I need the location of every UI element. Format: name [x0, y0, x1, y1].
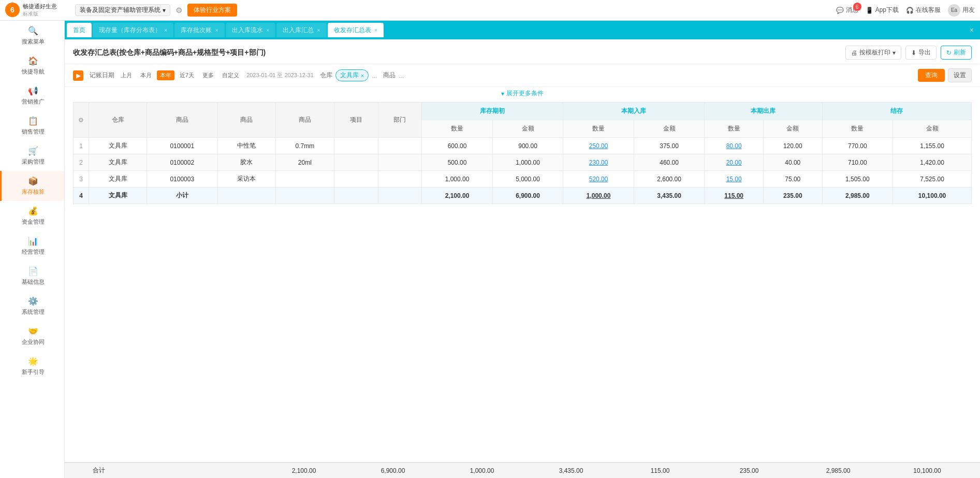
- purchase-icon: 🛒: [28, 146, 38, 156]
- settings-icon[interactable]: ⚙: [175, 6, 182, 15]
- headset-icon: 🎧: [906, 7, 914, 14]
- footer-close-amt: 10,100.00: [883, 467, 972, 474]
- page-title: 收发存汇总表(按仓库+商品编码+商品+规格型号+项目+部门): [73, 48, 266, 57]
- product-more[interactable]: ...: [399, 72, 404, 79]
- sidebar-item-marketing-label: 营销推广: [22, 98, 45, 106]
- sidebar-item-guide-label: 新手引导: [22, 368, 45, 376]
- row-1-in-qty[interactable]: 250.00: [563, 138, 634, 154]
- subtotal-out-qty[interactable]: 115.00: [705, 187, 764, 204]
- table-settings-icon[interactable]: ⚙: [78, 117, 84, 124]
- row-2-in-qty[interactable]: 230.00: [563, 154, 634, 171]
- row-2-out-qty[interactable]: 20.00: [705, 154, 764, 171]
- online-service-btn[interactable]: 🎧 在线客服: [906, 6, 941, 15]
- refresh-btn[interactable]: ↻ 刷新: [941, 46, 972, 60]
- row-3-out-qty[interactable]: 15.00: [705, 171, 764, 187]
- date-btn-this-year[interactable]: 本年: [157, 70, 174, 80]
- col-group-opening: 库存期初: [422, 103, 563, 120]
- col-close-qty: 数量: [822, 120, 893, 138]
- filter-setting-btn[interactable]: 设置: [948, 68, 972, 82]
- subtotal-num: 4: [74, 187, 89, 204]
- tab-receive-send[interactable]: 收发存汇总表 ×: [328, 23, 384, 37]
- sidebar-item-basic-label: 基础信息: [22, 278, 45, 286]
- tab-close-stock-dist[interactable]: ×: [164, 27, 167, 33]
- tab-inout-summary[interactable]: 出入库汇总 ×: [276, 23, 326, 37]
- sidebar-item-sales-label: 销售管理: [22, 128, 45, 136]
- sidebar-item-inventory[interactable]: 📦 库存核算: [0, 171, 64, 201]
- sidebar-item-guide[interactable]: 🌟 新手引导: [0, 351, 64, 381]
- row-2-spec: 20ml: [275, 154, 334, 171]
- date-btn-custom[interactable]: 自定义: [219, 70, 242, 80]
- filter-expand-btn[interactable]: ▶: [73, 70, 83, 81]
- search-btn[interactable]: 查询: [918, 69, 945, 82]
- user-label: 用友: [962, 6, 975, 15]
- main-layout: 🔍 搜索菜单 🏠 快捷导航 📢 营销推广 📋 销售管理 🛒 采购管理 📦 库存核…: [0, 21, 980, 478]
- subtotal-close-qty: 2,985.00: [822, 187, 893, 204]
- sidebar-item-operations[interactable]: 📊 经营管理: [0, 231, 64, 261]
- warehouse-more[interactable]: ...: [372, 72, 377, 79]
- sidebar-item-purchase[interactable]: 🛒 采购管理: [0, 141, 64, 171]
- warehouse-tag-text: 文具库: [340, 71, 359, 80]
- subtotal-row: 4 文具库 小计 2,100.00 6,900.00 1,000.00 3,43…: [74, 187, 972, 204]
- expand-more-btn[interactable]: ▾ 展开更多条件: [501, 89, 544, 98]
- sidebar-item-quick-nav[interactable]: 🏠 快捷导航: [0, 51, 64, 81]
- message-btn[interactable]: 💬 消息 6: [836, 6, 858, 15]
- sidebar-item-search-label: 搜索菜单: [22, 38, 45, 46]
- sidebar-item-system[interactable]: ⚙️ 系统管理: [0, 291, 64, 321]
- tab-batch[interactable]: 库存批次账 ×: [174, 23, 224, 37]
- row-2-dept: [378, 154, 422, 171]
- col-settings: ⚙: [74, 103, 89, 138]
- sidebar-item-sales[interactable]: 📋 销售管理: [0, 111, 64, 141]
- sidebar-item-basic[interactable]: 📄 基础信息: [0, 261, 64, 291]
- tab-close-inout-flow[interactable]: ×: [266, 27, 269, 33]
- user-menu[interactable]: Ea 用友: [948, 4, 975, 17]
- guide-icon: 🌟: [28, 356, 38, 366]
- row-1-out-qty[interactable]: 80.00: [705, 138, 764, 154]
- subtotal-in-qty[interactable]: 1,000.00: [563, 187, 634, 204]
- row-num-3: 3: [74, 171, 89, 187]
- sidebar-item-finance[interactable]: 💰 资金管理: [0, 201, 64, 231]
- search-icon: 🔍: [28, 26, 38, 36]
- sidebar-item-marketing[interactable]: 📢 营销推广: [0, 81, 64, 111]
- col-open-qty: 数量: [422, 120, 493, 138]
- export-btn[interactable]: ⬇ 导出: [905, 46, 937, 60]
- footer-out-amt: 235.00: [705, 467, 794, 474]
- tab-close-receive-send[interactable]: ×: [374, 27, 377, 33]
- date-filter: 上月 本月 本年 近7天 更多 自定义 2023-01-01 至 2023-12…: [118, 70, 314, 80]
- date-btn-more[interactable]: 更多: [199, 70, 217, 80]
- app-download-btn[interactable]: 📱 App下载: [866, 6, 899, 15]
- tab-close-batch[interactable]: ×: [215, 27, 218, 33]
- tab-close-inout-summary[interactable]: ×: [317, 27, 320, 33]
- sidebar-item-search[interactable]: 🔍 搜索菜单: [0, 21, 64, 51]
- col-dept: 部门: [378, 103, 422, 138]
- row-3-open-amt: 5,000.00: [492, 171, 563, 187]
- inventory-icon: 📦: [28, 176, 38, 186]
- date-btn-last-month[interactable]: 上月: [118, 70, 135, 80]
- warehouse-filter: 仓库 文具库 × ...: [320, 69, 377, 81]
- row-3-in-qty[interactable]: 520.00: [563, 171, 634, 187]
- row-2-close-amt: 1,420.00: [893, 154, 972, 171]
- sidebar-item-enterprise-label: 企业协同: [22, 338, 45, 346]
- print-btn[interactable]: 🖨 按模板打印 ▾: [845, 46, 901, 60]
- date-btn-7days[interactable]: 近7天: [177, 70, 197, 80]
- subtotal-close-amt: 10,100.00: [893, 187, 972, 204]
- tab-home[interactable]: 首页: [67, 23, 92, 37]
- tab-bar-close-btn[interactable]: ×: [966, 26, 978, 34]
- tab-bar: 首页 现存量（库存分布表） × 库存批次账 × 出入库流水 × 出入库汇总 × …: [65, 21, 980, 39]
- row-1-name: 中性笔: [217, 138, 275, 154]
- dropdown-icon: ▾: [163, 7, 166, 14]
- footer-open-amt: 6,900.00: [348, 467, 437, 474]
- row-1-dept: [378, 138, 422, 154]
- footer-label: 合计: [93, 466, 105, 475]
- sidebar-item-enterprise[interactable]: 🤝 企业协同: [0, 321, 64, 351]
- operations-icon: 📊: [28, 236, 38, 246]
- date-btn-this-month[interactable]: 本月: [137, 70, 155, 80]
- tab-stock-dist[interactable]: 现存量（库存分布表） ×: [93, 23, 173, 37]
- footer-out-qty: 115.00: [616, 467, 705, 474]
- system-selector[interactable]: 装备及固定资产辅助管理系统 ▾: [75, 4, 170, 16]
- row-3-spec: [275, 171, 334, 187]
- experience-btn[interactable]: 体验行业方案: [187, 4, 237, 17]
- warehouse-tag-close[interactable]: ×: [361, 73, 364, 79]
- sidebar-item-inventory-label: 库存核算: [22, 188, 45, 196]
- col-name: 商品: [217, 103, 275, 138]
- tab-inout-flow[interactable]: 出入库流水 ×: [226, 23, 275, 37]
